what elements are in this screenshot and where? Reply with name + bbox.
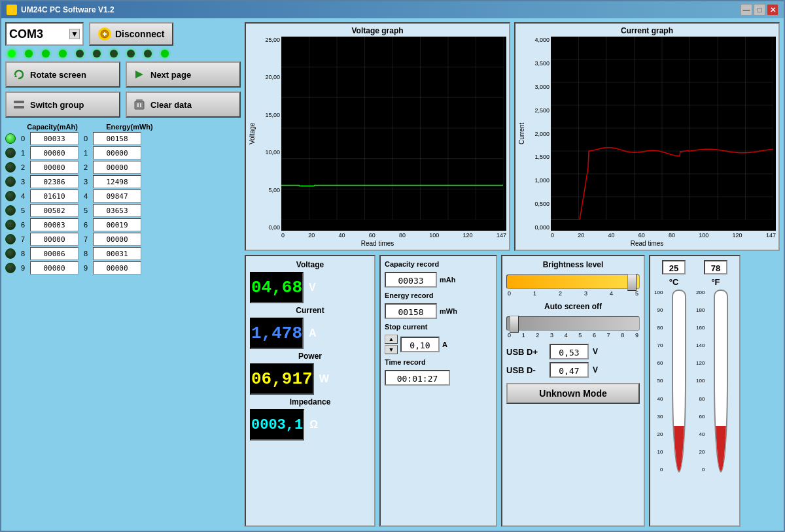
rotate-screen-button[interactable]: Rotate screen	[5, 61, 120, 88]
energy-unit: mWh	[440, 307, 457, 315]
minimize-button[interactable]: —	[741, 4, 752, 16]
close-button[interactable]: ✕	[767, 4, 778, 16]
row-led-3	[5, 176, 16, 187]
voltage-label: Voltage	[250, 260, 370, 269]
time-record-value: 00:01:27	[385, 370, 450, 386]
energy-record-row: 00158 mWh	[385, 303, 492, 319]
app-window: ⚡ UM24C PC Software V1.2 — □ ✕ COM3 ▼	[0, 0, 785, 532]
left-panel: COM3 ▼ Disconnect	[5, 22, 241, 527]
led-indicator-9	[161, 50, 169, 58]
brightness-slider[interactable]	[506, 274, 640, 289]
rotate-label: Rotate screen	[30, 70, 86, 80]
row-led-0	[5, 133, 16, 144]
unknown-mode-button[interactable]: Unknown Mode	[506, 383, 640, 404]
row-index-7: 7	[18, 235, 27, 243]
voltage-x-axis: 020406080100120147	[281, 231, 506, 239]
current-graph-canvas	[551, 37, 776, 231]
row-capacity-7: 00000	[30, 233, 78, 246]
row-led-9	[5, 263, 16, 273]
row-index-5: 5	[18, 207, 27, 214]
autooff-slider[interactable]	[506, 316, 640, 331]
stop-current-ctrl: ▲ ▼	[385, 335, 398, 354]
stop-decrement-button[interactable]: ▼	[385, 345, 398, 354]
time-record-label: Time record	[385, 358, 492, 366]
voltage-graph-canvas	[281, 37, 506, 231]
capacity-unit: mAh	[440, 276, 455, 284]
brightness-handle[interactable]	[627, 274, 637, 291]
voltage-y-axis: 25,00 20,00 15,00 10,00 5,00 0,00	[258, 37, 281, 231]
switch-label: Switch group	[30, 100, 84, 110]
row-capacity-9: 00000	[30, 261, 78, 274]
celsius-thermometer	[672, 290, 686, 473]
table-row: 5 00502 5 03653	[5, 204, 241, 217]
current-unit: A	[306, 327, 317, 339]
voltage-x-label: Read times	[249, 239, 506, 247]
svg-marker-2	[135, 71, 143, 78]
row-capacity-6: 00003	[30, 218, 78, 231]
row-energy-8: 00031	[93, 247, 141, 260]
led-indicator-4	[76, 50, 84, 58]
usb-dminus-row: USB D- 0,47 V	[506, 362, 640, 378]
current-graph-area: Current 4,000 3,500 3,000 2,500 2,000 1,…	[518, 37, 776, 231]
capacity-record-value: 00033	[385, 272, 437, 288]
capacity-record-label: Capacity record	[385, 260, 492, 268]
clear-data-button[interactable]: Clear data	[126, 91, 241, 118]
power-row: 06,917 W	[250, 363, 370, 395]
row-capacity-8: 00006	[30, 247, 78, 260]
impedance-value: 0003,1	[251, 417, 303, 433]
celsius-value: 25	[662, 260, 686, 274]
action-row-2: Switch group Clear data	[5, 91, 241, 118]
impedance-unit: Ω	[307, 419, 318, 431]
usb-dminus-value: 0,47	[550, 362, 589, 378]
usb-dminus-unit: V	[593, 365, 598, 374]
row-en-index-5: 5	[81, 207, 90, 214]
led-indicator-3	[59, 50, 67, 58]
row-en-index-6: 6	[81, 221, 90, 229]
voltage-y-label: Voltage	[249, 37, 258, 231]
disconnect-label: Disconnect	[115, 29, 164, 39]
window-controls: — □ ✕	[741, 4, 778, 16]
maximize-button[interactable]: □	[754, 4, 765, 16]
stop-current-value: 0,10	[400, 337, 440, 352]
disconnect-button[interactable]: Disconnect	[89, 22, 173, 46]
row-energy-5: 03653	[93, 204, 141, 217]
row-energy-7: 00000	[93, 233, 141, 246]
com-dropdown-arrow[interactable]: ▼	[69, 29, 80, 39]
autooff-handle[interactable]	[510, 316, 519, 333]
voltage-graph-area: Voltage 25,00 20,00 15,00 10,00 5,00 0,0…	[249, 37, 506, 231]
row-led-4	[5, 191, 16, 201]
table-row: 1 00000 1 00000	[5, 146, 241, 159]
app-icon: ⚡	[7, 5, 17, 15]
stop-increment-button[interactable]: ▲	[385, 335, 398, 344]
usb-dminus-label: USB D-	[506, 365, 546, 375]
graphs-row: Voltage graph Voltage 25,00 20,00 15,00 …	[245, 22, 780, 251]
window-title: UM24C PC Software V1.2	[21, 5, 114, 14]
current-y-label: Current	[518, 37, 527, 231]
energy-record-label: Energy record	[385, 291, 492, 299]
com-port-select[interactable]: COM3 ▼	[5, 22, 84, 46]
current-display: 1,478	[250, 318, 304, 349]
settings-panel: Brightness level 012345 Auto screen off	[501, 255, 645, 527]
voltage-unit: V	[306, 282, 316, 293]
current-x-axis: 020406080100120147	[551, 231, 776, 239]
fahrenheit-thermometer	[714, 290, 728, 473]
row-en-index-0: 0	[81, 135, 90, 142]
next-page-button[interactable]: Next page	[126, 61, 241, 88]
row-index-6: 6	[18, 221, 27, 229]
switch-group-button[interactable]: Switch group	[5, 91, 120, 118]
switch-icon	[12, 97, 26, 112]
led-indicator-2	[42, 50, 50, 58]
usb-dplus-value: 0,53	[550, 344, 589, 359]
voltage-display: 04,68	[250, 272, 304, 303]
right-area: Voltage graph Voltage 25,00 20,00 15,00 …	[245, 22, 780, 527]
row-energy-0: 00158	[93, 132, 141, 145]
row-en-index-9: 9	[81, 264, 90, 272]
svg-rect-3	[14, 101, 24, 103]
current-graph-box: Current graph Current 4,000 3,500 3,000 …	[514, 22, 780, 251]
row-en-index-8: 8	[81, 250, 90, 258]
table-row: 9 00000 9 00000	[5, 261, 241, 274]
celsius-fill	[673, 426, 685, 471]
current-value: 1,478	[251, 324, 302, 343]
current-x-label: Read times	[518, 239, 776, 247]
power-value: 06,917	[251, 369, 313, 389]
